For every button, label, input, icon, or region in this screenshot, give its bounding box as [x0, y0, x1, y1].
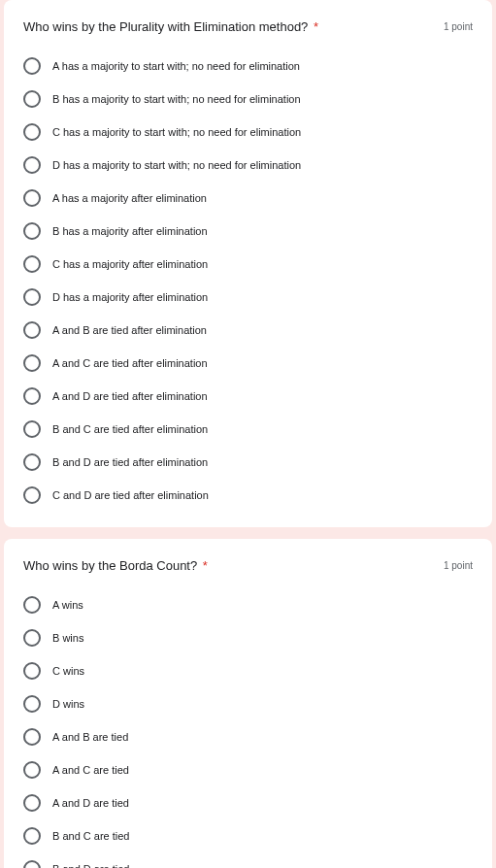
- radio-icon: [23, 596, 41, 614]
- question-header: Who wins by the Plurality with Eliminati…: [23, 19, 473, 34]
- radio-option[interactable]: D has a majority after elimination: [23, 281, 473, 314]
- question-title: Who wins by the Plurality with Eliminati…: [23, 19, 430, 34]
- radio-icon: [23, 629, 41, 647]
- option-label: A and D are tied: [52, 797, 129, 809]
- radio-option[interactable]: A and B are tied after elimination: [23, 314, 473, 347]
- question-header: Who wins by the Borda Count? * 1 point: [23, 558, 473, 573]
- radio-option[interactable]: C and D are tied after elimination: [23, 479, 473, 512]
- radio-option[interactable]: B has a majority to start with; no need …: [23, 83, 473, 116]
- radio-icon: [23, 695, 41, 713]
- radio-icon: [23, 794, 41, 812]
- radio-option[interactable]: B and D are tied: [23, 852, 473, 868]
- option-label: A and B are tied: [52, 731, 128, 743]
- radio-option[interactable]: B and D are tied after elimination: [23, 446, 473, 479]
- radio-option[interactable]: A has a majority to start with; no need …: [23, 50, 473, 83]
- radio-icon: [23, 662, 41, 680]
- radio-option[interactable]: C wins: [23, 654, 473, 687]
- option-label: B has a majority to start with; no need …: [52, 93, 301, 105]
- option-label: D has a majority to start with; no need …: [52, 159, 301, 171]
- radio-icon: [23, 123, 41, 141]
- radio-option[interactable]: C has a majority after elimination: [23, 248, 473, 281]
- option-label: A has a majority after elimination: [52, 192, 207, 204]
- option-label: C wins: [52, 665, 84, 677]
- option-label: B and C are tied after elimination: [52, 423, 208, 435]
- question-text: Who wins by the Plurality with Eliminati…: [23, 19, 308, 34]
- option-label: A and C are tied: [52, 764, 129, 776]
- radio-option[interactable]: B wins: [23, 621, 473, 654]
- option-label: D has a majority after elimination: [52, 291, 208, 303]
- question-card: Who wins by the Plurality with Eliminati…: [4, 0, 492, 527]
- radio-icon: [23, 486, 41, 504]
- radio-icon: [23, 761, 41, 779]
- radio-icon: [23, 57, 41, 75]
- option-label: B and D are tied after elimination: [52, 456, 208, 468]
- required-asterisk: *: [314, 19, 318, 34]
- radio-icon: [23, 90, 41, 108]
- radio-option[interactable]: B and C are tied after elimination: [23, 413, 473, 446]
- option-label: C has a majority after elimination: [52, 258, 208, 270]
- radio-icon: [23, 453, 41, 471]
- option-label: A has a majority to start with; no need …: [52, 60, 300, 72]
- radio-icon: [23, 189, 41, 207]
- points-label: 1 point: [444, 19, 473, 32]
- radio-option[interactable]: B and C are tied: [23, 819, 473, 852]
- points-label: 1 point: [444, 558, 473, 571]
- option-label: A wins: [52, 599, 83, 611]
- radio-option[interactable]: A has a majority after elimination: [23, 182, 473, 215]
- radio-option[interactable]: A and D are tied after elimination: [23, 380, 473, 413]
- question-text: Who wins by the Borda Count?: [23, 558, 197, 573]
- radio-option[interactable]: A and C are tied after elimination: [23, 347, 473, 380]
- radio-option[interactable]: A wins: [23, 588, 473, 621]
- radio-option[interactable]: A and C are tied: [23, 753, 473, 786]
- radio-icon: [23, 156, 41, 174]
- option-label: A and C are tied after elimination: [52, 357, 208, 369]
- radio-icon: [23, 222, 41, 240]
- radio-option[interactable]: D has a majority to start with; no need …: [23, 149, 473, 182]
- option-label: B has a majority after elimination: [52, 225, 208, 237]
- radio-icon: [23, 321, 41, 339]
- option-label: B wins: [52, 632, 83, 644]
- radio-icon: [23, 387, 41, 405]
- question-title: Who wins by the Borda Count? *: [23, 558, 430, 573]
- radio-icon: [23, 827, 41, 845]
- radio-option[interactable]: D wins: [23, 687, 473, 720]
- radio-icon: [23, 354, 41, 372]
- radio-option[interactable]: A and B are tied: [23, 720, 473, 753]
- radio-option[interactable]: B has a majority after elimination: [23, 215, 473, 248]
- radio-icon: [23, 728, 41, 746]
- option-label: B and D are tied: [52, 863, 130, 868]
- option-label: A and B are tied after elimination: [52, 324, 207, 336]
- option-label: D wins: [52, 698, 84, 710]
- option-label: B and C are tied: [52, 830, 130, 842]
- radio-icon: [23, 420, 41, 438]
- option-label: C has a majority to start with; no need …: [52, 126, 301, 138]
- radio-icon: [23, 255, 41, 273]
- required-asterisk: *: [203, 558, 208, 573]
- option-label: C and D are tied after elimination: [52, 489, 209, 501]
- question-card: Who wins by the Borda Count? * 1 point A…: [4, 539, 492, 868]
- option-label: A and D are tied after elimination: [52, 390, 208, 402]
- radio-option[interactable]: A and D are tied: [23, 786, 473, 819]
- radio-icon: [23, 288, 41, 306]
- radio-icon: [23, 860, 41, 868]
- radio-option[interactable]: C has a majority to start with; no need …: [23, 116, 473, 149]
